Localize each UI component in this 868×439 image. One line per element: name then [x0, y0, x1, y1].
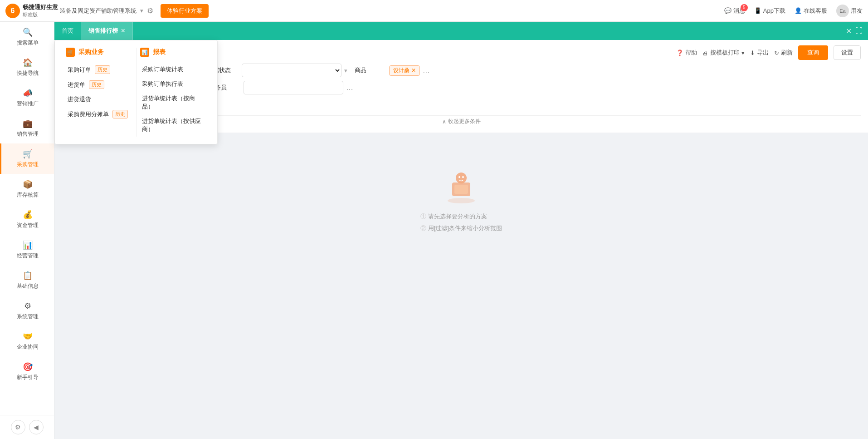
logo-icon: 6 — [5, 4, 20, 18]
salesperson-more-options[interactable]: … — [346, 84, 353, 92]
sidebar-item-marketing[interactable]: 📣 营销推广 — [0, 83, 54, 113]
online-service-item[interactable]: 👤 在线客服 — [795, 7, 827, 15]
sidebar-item-system[interactable]: ⚙ 系统管理 — [0, 296, 54, 326]
dropdown-item-inbound[interactable]: 进货单 历史 — [66, 77, 132, 92]
empty-tips: 请先选择要分析的方案 用[过滤]条件来缩小分析范围 — [420, 211, 502, 234]
system-name-dropdown-arrow[interactable]: ▾ — [140, 7, 143, 14]
message-item[interactable]: 💬 消息 5 — [724, 7, 745, 15]
tab-fullscreen-icon[interactable]: ⛶ — [855, 27, 863, 35]
finance-icon: 💰 — [23, 210, 33, 220]
dropdown-item-purchase-order-report[interactable]: 采购订单统计表 — [140, 62, 207, 77]
purchase-header: 🛒 采购业务 — [66, 48, 132, 57]
app-download-item[interactable]: 📱 App下载 — [754, 7, 785, 15]
tab-home-label: 首页 — [62, 27, 73, 35]
sidebar-item-label: 资金管理 — [17, 222, 39, 229]
sidebar-item-sales[interactable]: 💼 销售管理 — [0, 113, 54, 143]
header-settings-icon[interactable]: ⚙ — [147, 6, 153, 15]
sidebar-item-quick[interactable]: 🏠 快捷导航 — [0, 52, 54, 83]
settings-btn[interactable]: 设置 — [834, 45, 861, 60]
sidebar-item-search[interactable]: 🔍 搜索菜单 — [0, 22, 54, 52]
tab-sales-rank[interactable]: 销售排行榜 ✕ — [81, 22, 133, 40]
sidebar-collapse-btn[interactable]: ◀ — [29, 420, 44, 434]
sidebar: 🔍 搜索菜单 🏠 快捷导航 📣 营销推广 💼 销售管理 🛒 采购管理 📦 库存核… — [0, 22, 54, 439]
print-icon: 🖨 — [702, 49, 708, 56]
dropdown-item-return[interactable]: 进货退货 — [66, 92, 132, 107]
dropdown-item-label: 采购订单 — [68, 66, 91, 74]
system-icon: ⚙ — [24, 301, 31, 311]
logo-text: 畅捷通好生意 标准版 — [23, 4, 58, 18]
help-label: 帮助 — [685, 49, 697, 57]
help-btn[interactable]: ❓ 帮助 — [676, 49, 697, 57]
tab-close-icon[interactable]: ✕ — [121, 28, 125, 34]
user-item[interactable]: Ea 用友 — [836, 5, 863, 17]
dropdown-item-inbound-goods-report[interactable]: 进货单统计表（按商品） — [140, 91, 207, 114]
report-header-icon: 📊 — [140, 48, 149, 57]
industry-btn[interactable]: 体验行业方案 — [161, 4, 209, 18]
svg-rect-2 — [454, 185, 468, 194]
search-icon: 🔍 — [23, 27, 33, 37]
tab-close-window-icon[interactable]: ✕ — [846, 27, 852, 35]
operation-icon: 📊 — [23, 240, 33, 250]
tab-bar-right: ✕ ⛶ — [846, 27, 868, 35]
print-btn[interactable]: 🖨 按模板打印 ▾ — [702, 49, 745, 57]
sidebar-item-inventory[interactable]: 📦 库存核算 — [0, 174, 54, 204]
header-right: 💬 消息 5 📱 App下载 👤 在线客服 Ea 用友 — [724, 5, 863, 17]
empty-state: 请先选择要分析的方案 用[过滤]条件来缩小分析范围 — [54, 133, 868, 271]
sidebar-item-cooperation[interactable]: 🤝 企业协同 — [0, 326, 54, 356]
document-status-expand-icon[interactable]: ▾ — [344, 67, 347, 74]
sidebar-item-label: 搜索菜单 — [17, 39, 39, 47]
refresh-icon: ↻ — [774, 49, 779, 56]
sidebar-item-label: 企业协同 — [17, 343, 39, 351]
print-dropdown-icon[interactable]: ▾ — [741, 49, 745, 56]
history-badge: 历史 — [95, 65, 110, 74]
phone-icon: 📱 — [754, 7, 761, 14]
cooperation-icon: 🤝 — [23, 331, 33, 341]
goods-label: 商品 — [355, 66, 382, 74]
home-icon: 🏠 — [23, 58, 33, 68]
svg-point-5 — [462, 176, 464, 178]
dropdown-item-purchase-order-exec[interactable]: 采购订单执行表 — [140, 77, 207, 91]
marketing-icon: 📣 — [23, 88, 33, 98]
svg-point-0 — [448, 198, 475, 203]
sidebar-item-label: 经营管理 — [17, 252, 39, 260]
tab-home[interactable]: 首页 — [54, 22, 81, 40]
goods-tag-close[interactable]: ✕ — [411, 67, 416, 74]
goods-tag: 设计桑 ✕ — [389, 65, 420, 76]
report-column: 📊 报表 采购订单统计表 采购订单执行表 进货单统计表（按商品） 进货单统计表（… — [137, 48, 210, 137]
dropdown-item-inbound-supplier-report[interactable]: 进货单统计表（按供应商） — [140, 114, 207, 137]
sidebar-item-finance[interactable]: 💰 资金管理 — [0, 204, 54, 235]
history-badge: 历史 — [89, 80, 104, 89]
service-icon: 👤 — [795, 7, 802, 14]
top-header: 6 畅捷通好生意 标准版 装备及固定资产辅助管理系统 ▾ ⚙ 体验行业方案 💬 … — [0, 0, 868, 22]
goods-more-options[interactable]: … — [423, 66, 430, 74]
avatar: Ea — [836, 5, 849, 17]
export-icon: ⬇ — [750, 49, 755, 56]
sidebar-item-basic[interactable]: 📋 基础信息 — [0, 265, 54, 296]
sidebar-item-operation[interactable]: 📊 经营管理 — [0, 235, 54, 265]
logo-area: 6 畅捷通好生意 标准版 — [5, 4, 60, 18]
purchase-icon: 🛒 — [23, 149, 33, 159]
dropdown-item-label: 采购订单执行表 — [142, 80, 183, 88]
tab-sales-rank-label: 销售排行榜 — [88, 27, 118, 35]
sidebar-item-newbie[interactable]: 🎯 新手引导 — [0, 356, 54, 387]
query-btn[interactable]: 查询 — [798, 45, 828, 60]
document-status-select[interactable] — [242, 64, 341, 77]
sidebar-settings-btn[interactable]: ⚙ — [11, 420, 25, 434]
sidebar-item-label: 采购管理 — [17, 161, 39, 168]
dropdown-item-expense[interactable]: 采购费用分摊单 历史 — [66, 107, 132, 122]
purchase-header-label: 采购业务 — [78, 48, 104, 56]
dropdown-item-label: 采购订单统计表 — [142, 65, 183, 74]
collapse-label: 收起更多条件 — [448, 118, 481, 125]
sidebar-item-purchase[interactable]: 🛒 采购管理 — [0, 143, 54, 174]
export-btn[interactable]: ⬇ 导出 — [750, 49, 769, 57]
report-header-label: 报表 — [153, 48, 166, 56]
purchase-dropdown: 🛒 采购业务 采购订单 历史 进货单 历史 进货退货 采购费用分摊单 历史 📊 … — [54, 40, 218, 144]
sidebar-item-label: 快捷导航 — [17, 69, 39, 77]
sales-icon: 💼 — [23, 118, 33, 128]
svg-point-4 — [458, 176, 460, 178]
refresh-btn[interactable]: ↻ 刷新 — [774, 49, 793, 57]
sidebar-item-label: 销售管理 — [17, 130, 39, 138]
salesperson-input[interactable] — [244, 81, 343, 94]
help-icon: ❓ — [676, 49, 683, 56]
dropdown-item-purchase-order[interactable]: 采购订单 历史 — [66, 62, 132, 77]
